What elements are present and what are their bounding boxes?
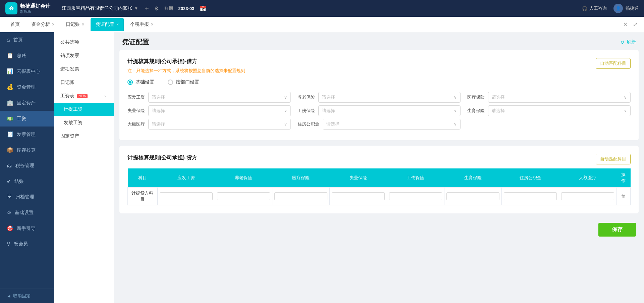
tab-fund[interactable]: 资金分析 × <box>26 18 59 31</box>
cancel-pin-button[interactable]: ◄ 取消固定 <box>0 289 54 303</box>
tab-tax[interactable]: 个税申报 × <box>125 18 158 31</box>
support-button[interactable]: 🎧 人工咨询 <box>582 5 607 11</box>
major-medical-placeholder: 请选择 <box>152 121 165 127</box>
sidebar-item-ledger[interactable]: 📋 总账 <box>0 48 54 63</box>
sidebar-vip-label: 畅会员 <box>14 241 28 247</box>
sidebar-home-label: 首页 <box>13 37 23 43</box>
major-medical-label: 大额医疗 <box>127 121 145 127</box>
cancel-pin-label: 取消固定 <box>13 293 31 299</box>
form-item-pension: 养老保险 请选择 ∨ <box>298 92 461 103</box>
left-nav-fixed-asset[interactable]: 固定资产 <box>54 130 114 143</box>
save-btn-container: 保存 <box>114 219 644 241</box>
input-housing[interactable] <box>504 192 557 200</box>
left-nav-sales-label: 销项发票 <box>60 53 79 58</box>
maximize-icon[interactable]: ⤢ <box>632 20 639 29</box>
settings-icon[interactable]: ⚙ <box>154 5 159 12</box>
expand-icon: ∨ <box>104 94 107 98</box>
data-table: 科目 应发工资 养老保险 医疗保险 失业保险 工伤保险 生育保险 住房公积金 大… <box>127 168 631 205</box>
sidebar-item-inventory[interactable]: 📦 库存核算 <box>0 142 54 158</box>
sidebar-basic-label: 基础设置 <box>15 210 34 216</box>
medical-placeholder: 请选择 <box>492 94 505 100</box>
sidebar-item-basic[interactable]: ⚙ 基础设置 <box>0 205 54 220</box>
user-info[interactable]: 👤 畅捷通 <box>613 4 639 13</box>
pension-arrow-icon: ∨ <box>454 95 457 100</box>
maternity-select[interactable]: 请选择 ∨ <box>488 105 631 116</box>
section1-panel: 自动匹配科目 计提核算规则(公司承担)-借方 注：只能选择一种方式，系统将按照您… <box>119 50 639 140</box>
sidebar-tax-label: 税务管理 <box>15 163 34 169</box>
radio-dept[interactable]: 按部门设置 <box>168 79 199 85</box>
left-nav-public[interactable]: 公共选项 <box>54 36 114 49</box>
tab-journal[interactable]: 日记账 × <box>61 18 89 31</box>
auto-match-section2-button[interactable]: 自动匹配科目 <box>596 154 631 164</box>
td-housing <box>502 188 559 205</box>
tab-voucher[interactable]: 凭证配置 × <box>91 18 124 31</box>
th-gross: 应发工资 <box>157 168 215 188</box>
calendar-icon[interactable]: 📅 <box>200 5 206 12</box>
th-subject: 科目 <box>128 168 158 188</box>
sidebar-inventory-label: 库存核算 <box>17 147 36 153</box>
tab-fund-close-icon[interactable]: × <box>52 22 54 27</box>
housing-fund-select[interactable]: 请选择 ∨ <box>323 119 461 130</box>
pension-select[interactable]: 请选择 ∨ <box>318 92 461 103</box>
input-gross[interactable] <box>160 192 213 200</box>
left-nav-purchase-label: 进项发票 <box>60 66 79 71</box>
input-major-med[interactable] <box>561 192 614 200</box>
input-medical[interactable] <box>274 192 327 200</box>
sidebar-item-invoice[interactable]: 🧾 发票管理 <box>0 127 54 142</box>
major-medical-select[interactable]: 请选择 ∨ <box>148 119 291 130</box>
input-work-injury[interactable] <box>389 192 442 200</box>
auto-match-section1-button[interactable]: 自动匹配科目 <box>596 58 631 69</box>
add-button[interactable]: + <box>145 5 149 12</box>
input-maternity[interactable] <box>446 192 499 200</box>
left-nav-public-label: 公共选项 <box>60 39 79 45</box>
save-button[interactable]: 保存 <box>598 223 636 237</box>
refresh-button[interactable]: ↺ 刷新 <box>621 39 636 45</box>
th-maternity: 生育保险 <box>444 168 502 188</box>
sidebar-item-home[interactable]: ⌂ 首页 <box>0 32 54 48</box>
tab-voucher-close-icon[interactable]: × <box>116 22 119 27</box>
form-item-maternity: 生育保险 请选择 ∨ <box>467 105 631 116</box>
content-area: 公共选项 销项发票 进项发票 日记账 工资表 NEW ∨ 计提工资 发放工资 <box>54 32 644 303</box>
sidebar-item-tax[interactable]: 🗂 税务管理 <box>0 158 54 173</box>
sidebar-fixed-assets-label: 固定资产 <box>17 100 36 106</box>
company-selector[interactable]: 江西服宝精品有限责任公司内账张 ▼ <box>62 5 138 11</box>
tab-fund-label: 资金分析 <box>31 21 50 28</box>
td-medical <box>272 188 329 205</box>
section1-note: 注：只能选择一种方式，系统将按照您当前的选择来配置规则 <box>127 68 631 74</box>
close-icon: ✔ <box>7 178 11 185</box>
sidebar-item-close[interactable]: ✔ 结账 <box>0 173 54 189</box>
sidebar-item-reports[interactable]: 📊 云报表中心 <box>0 63 54 79</box>
left-nav-salary-table[interactable]: 工资表 NEW ∨ <box>54 89 114 103</box>
close-window-icon[interactable]: ✕ <box>622 20 629 29</box>
tab-home[interactable]: 首页 <box>5 18 25 31</box>
sidebar-item-guide[interactable]: 🎯 新手引导 <box>0 220 54 236</box>
left-nav-purchase-invoice[interactable]: 进项发票 <box>54 62 114 76</box>
tab-journal-close-icon[interactable]: × <box>82 22 84 27</box>
sidebar-item-vip[interactable]: V 畅会员 <box>0 236 54 252</box>
tab-tax-close-icon[interactable]: × <box>151 22 153 27</box>
tab-voucher-label: 凭证配置 <box>96 21 114 28</box>
input-unemployment[interactable] <box>332 192 385 200</box>
sidebar-item-salary[interactable]: 💵 工资 <box>0 111 54 127</box>
left-nav-calc-salary[interactable]: 计提工资 <box>54 103 114 116</box>
unemployment-select[interactable]: 请选择 ∨ <box>148 105 291 116</box>
radio-basic-circle <box>127 80 133 85</box>
left-nav-journal[interactable]: 日记账 <box>54 76 114 89</box>
sidebar-item-fixed-assets[interactable]: 🏢 固定资产 <box>0 95 54 111</box>
delete-row-icon[interactable]: 🗑 <box>621 193 626 199</box>
sidebar-item-archive[interactable]: 🗄 归档管理 <box>0 189 54 205</box>
left-nav-pay-salary[interactable]: 发放工资 <box>54 116 114 130</box>
gross-salary-select[interactable]: 请选择 ∨ <box>148 92 291 103</box>
fixed-assets-icon: 🏢 <box>7 100 13 106</box>
medical-select[interactable]: 请选择 ∨ <box>488 92 631 103</box>
radio-basic[interactable]: 基础设置 <box>127 79 154 85</box>
sidebar-fund-label: 资金管理 <box>17 84 36 90</box>
left-nav-sales-invoice[interactable]: 销项发票 <box>54 49 114 62</box>
left-nav-journal-label: 日记账 <box>60 80 74 85</box>
work-injury-select[interactable]: 请选择 ∨ <box>318 105 461 116</box>
work-injury-label: 工伤保险 <box>298 108 315 114</box>
sidebar-item-fund[interactable]: 💰 资金管理 <box>0 79 54 95</box>
input-pension[interactable] <box>217 192 270 200</box>
sidebar-salary-label: 工资 <box>17 116 26 122</box>
sidebar-close-label: 结账 <box>14 179 24 185</box>
